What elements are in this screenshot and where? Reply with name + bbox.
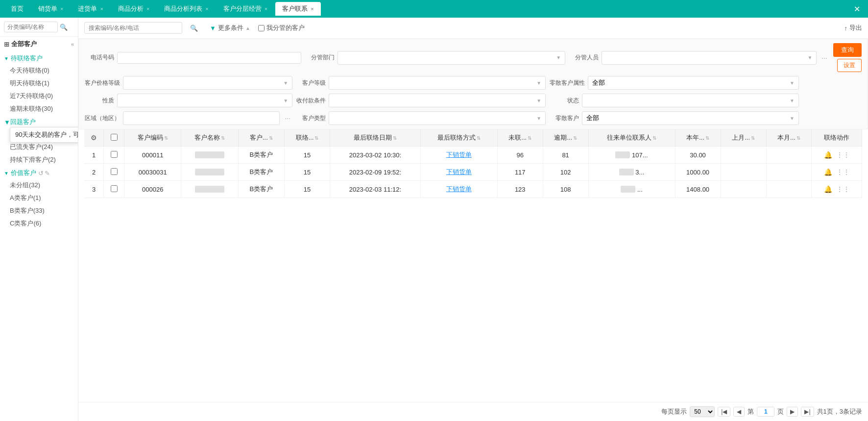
contact-action-icon[interactable]: 🔔 [824,151,832,159]
dept-select[interactable]: ▼ [338,51,565,65]
row-checkbox[interactable] [111,185,118,192]
sidebar-item-7days-pending[interactable]: 近7天待联络(0) [0,90,78,102]
th-code[interactable]: 客户编码 ⇅ [124,129,181,147]
last-page-button[interactable]: ▶| [801,407,814,417]
sidebar-item-class-a[interactable]: A类客户(1) [0,192,78,204]
edit-icon[interactable]: ✎ [45,170,50,177]
customer-type-select[interactable]: ▼ [329,111,546,125]
contact-action-icon[interactable]: 🔔 [824,185,832,193]
sidebar-search-bar: 🔍 [0,18,78,37]
close-icon[interactable]: × [311,6,313,12]
export-button[interactable]: ↑ 导出 [844,24,863,32]
cell-checkbox[interactable] [104,164,124,181]
collapse-icon[interactable]: « [71,41,74,47]
cell-contact-person: ... [588,181,675,198]
customer-level-label: 客户等级 [296,79,326,87]
close-icon[interactable]: × [146,6,149,12]
more-action-icon[interactable]: ⋮⋮ [836,185,850,193]
search-icon[interactable]: 🔍 [60,24,68,31]
sidebar-item-today-pending[interactable]: 今天待联络(0) [0,64,78,77]
sidebar-item-overdue-no-contact[interactable]: 逾期未联络(30) [0,102,78,115]
cell-customer-type: B类客户 [238,181,284,198]
th-name[interactable]: 客户名称 ⇅ [181,129,238,147]
more-conditions-button[interactable]: ▼ 更多条件 ▲ [206,22,254,34]
th-overdue[interactable]: 逾期... ⇅ [543,129,588,147]
scatter-select[interactable]: 全部 ▼ [582,111,799,125]
price-level-select[interactable]: ▼ [123,76,292,90]
cell-checkbox[interactable] [104,147,124,164]
cell-last-type[interactable]: 下销货单 [421,147,498,164]
ellipsis-icon[interactable]: ··· [283,114,292,122]
sort-icon: ⇅ [796,135,800,141]
th-this-month[interactable]: 本月... ⇅ [766,129,812,147]
th-last-date[interactable]: 最后联络日期 ⇅ [330,129,420,147]
contact-action-icon[interactable]: 🔔 [824,168,832,176]
th-this-year[interactable]: 本年... ⇅ [675,129,721,147]
tab-home[interactable]: 首页 [4,2,30,16]
sort-icon: ⇅ [164,135,168,141]
more-action-icon[interactable]: ⋮⋮ [836,151,850,159]
prev-page-button[interactable]: ◀ [733,407,745,417]
phone-input[interactable] [117,52,301,64]
th-last-type[interactable]: 最后联络方式 ⇅ [421,129,498,147]
tab-customer-segment[interactable]: 客户分层经营 × [217,2,274,16]
sidebar-search-input[interactable] [4,22,58,32]
cell-checkbox[interactable] [104,181,124,198]
search-button[interactable]: 🔍 [186,23,202,34]
tab-product-analysis[interactable]: 商品分析 × [111,2,156,16]
cell-this-year: 1408.00 [675,181,721,198]
cell-last-type[interactable]: 下销货单 [421,181,498,198]
close-icon[interactable]: × [100,6,103,12]
query-button[interactable]: 查询 [833,43,862,57]
refresh-icon[interactable]: ↺ [38,170,44,177]
per-page-select[interactable]: 50 100 [690,406,715,417]
row-checkbox[interactable] [111,168,118,175]
th-last-month[interactable]: 上月... ⇅ [721,129,766,147]
gear-settings-icon[interactable]: ⚙ [91,134,97,142]
close-icon[interactable]: × [60,6,63,12]
sidebar-item-tomorrow-pending[interactable]: 明天待联络(1) [0,77,78,90]
ellipsis-icon[interactable]: ··· [820,54,829,62]
tab-purchase-order[interactable]: 进货单 × [71,2,110,16]
row-checkbox[interactable] [111,151,118,158]
search-input[interactable] [84,22,182,34]
region-select[interactable] [123,111,280,125]
scatter-attr-select[interactable]: 全部 ▼ [588,76,799,90]
tab-customer-contact[interactable]: 客户联系 × [275,2,320,16]
tab-product-analysis-list[interactable]: 商品分析列表 × [157,2,215,16]
cell-this-month [766,147,812,164]
customer-level-select[interactable]: ▼ [329,76,546,90]
settings-button[interactable]: 设置 [837,59,862,72]
select-all-checkbox[interactable] [111,134,118,141]
next-page-button[interactable]: ▶ [787,407,798,417]
sidebar-group-at-risk[interactable]: ▼ 回题客户 90天未交易的客户，可能有流失风险。 [0,115,78,128]
my-customers-checkbox[interactable] [258,25,265,31]
close-icon[interactable]: × [265,6,267,12]
sidebar-group-pending-contact[interactable]: ▼ 待联络客户 [0,51,78,64]
manager-select[interactable]: ▼ [602,51,817,65]
th-uncontacted[interactable]: 未联... ⇅ [497,129,543,147]
nature-select[interactable]: ▼ [117,94,292,107]
th-contact-count[interactable]: 联络... ⇅ [285,129,330,147]
payment-select[interactable]: ▼ [329,94,546,107]
cell-last-type[interactable]: 下销货单 [421,164,498,181]
status-select[interactable]: ▼ [582,94,799,107]
tab-sales-order[interactable]: 销货单 × [31,2,70,16]
close-icon[interactable]: × [205,6,208,12]
first-page-button[interactable]: |◀ [718,407,730,417]
page-number-input[interactable] [757,407,774,417]
sidebar-item-declining[interactable]: 持续下滑客户(2) [0,153,78,166]
th-customer-type[interactable]: 客户... ⇅ [238,129,284,147]
sidebar-item-class-b[interactable]: B类客户(33) [0,204,78,217]
sidebar-item-class-c[interactable]: C类客户(6) [0,217,78,230]
all-customers-header[interactable]: ⊞ 全部客户 « [0,37,78,51]
more-action-icon[interactable]: ⋮⋮ [836,168,850,176]
filter-field-price-level: 客户价格等级 ▼ [85,76,292,90]
sidebar-group-value-customers[interactable]: ▼ 价值客户 ↺ ✎ [0,166,78,179]
filter-field-dept: 分管部门 ▼ [305,51,565,65]
sidebar-item-unclassified[interactable]: 未分组(32) [0,179,78,192]
th-contact-person[interactable]: 往来单位联系人 ⇅ [588,129,675,147]
my-customers-checkbox-label[interactable]: 我分管的客户 [258,24,305,32]
cell-seq: 1 [84,147,104,164]
close-all-tabs-button[interactable]: ✕ [850,4,864,14]
